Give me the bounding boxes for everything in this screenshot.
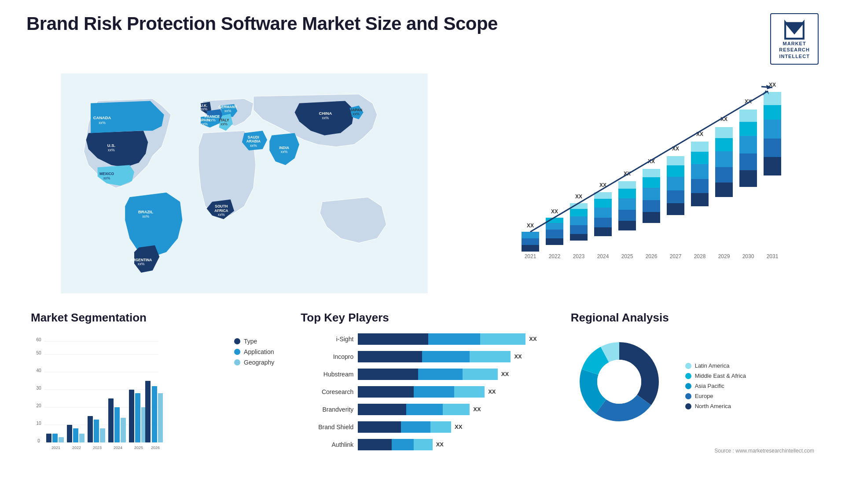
svg-text:xx%: xx% [322, 116, 329, 120]
svg-rect-139 [108, 398, 114, 442]
donut-chart [571, 333, 668, 430]
svg-text:xx%: xx% [103, 176, 110, 180]
regional-title: Regional Analysis [571, 311, 814, 325]
svg-rect-49 [570, 209, 588, 216]
svg-text:50: 50 [36, 351, 41, 355]
svg-text:40: 40 [36, 368, 41, 373]
svg-text:30: 30 [36, 386, 41, 391]
svg-marker-1 [785, 22, 804, 33]
regional-section: Regional Analysis [566, 307, 819, 463]
svg-rect-36 [522, 238, 539, 245]
svg-text:xx%: xx% [281, 150, 288, 154]
svg-text:xx%: xx% [250, 143, 257, 148]
svg-text:10: 10 [36, 421, 41, 426]
svg-text:xx%: xx% [108, 148, 115, 152]
svg-rect-88 [715, 183, 733, 197]
svg-rect-74 [667, 203, 684, 215]
svg-text:2022: 2022 [549, 253, 561, 259]
player-name-brandshield: Brand Shield [301, 424, 353, 431]
svg-text:XX: XX [551, 208, 558, 215]
player-name-incopro: Incopro [301, 353, 353, 360]
svg-rect-133 [79, 434, 84, 442]
svg-text:U.S.: U.S. [107, 143, 115, 148]
legend-application: Application [234, 348, 274, 355]
svg-rect-75 [667, 190, 684, 203]
source-text: Source : www.marketresearchintellect.com [571, 448, 814, 454]
svg-rect-128 [52, 434, 58, 442]
svg-rect-81 [691, 193, 709, 206]
player-row-isight: i-Sight XX [301, 333, 544, 345]
svg-text:2029: 2029 [718, 253, 730, 259]
svg-rect-62 [618, 198, 636, 210]
logo-icon [783, 18, 805, 40]
svg-text:XX: XX [575, 194, 582, 200]
svg-text:CANADA: CANADA [93, 116, 111, 120]
svg-rect-63 [618, 189, 636, 198]
svg-rect-99 [739, 110, 757, 122]
svg-rect-92 [715, 127, 733, 138]
svg-text:2022: 2022 [72, 446, 81, 450]
svg-text:xx%: xx% [353, 112, 360, 116]
svg-text:2031: 2031 [767, 253, 779, 259]
legend-europe: Europe [685, 393, 746, 399]
svg-rect-40 [546, 238, 563, 245]
legend-north-america: North America [685, 403, 746, 409]
svg-rect-91 [715, 138, 733, 151]
logo: MARKET RESEARCH INTELLECT [770, 13, 819, 65]
svg-rect-76 [667, 177, 684, 190]
svg-text:2023: 2023 [573, 253, 585, 259]
svg-text:2025: 2025 [134, 446, 143, 450]
svg-rect-60 [618, 221, 636, 230]
svg-text:2025: 2025 [621, 253, 633, 259]
svg-rect-90 [715, 151, 733, 167]
svg-rect-140 [114, 407, 120, 442]
svg-rect-135 [88, 416, 93, 442]
player-row-authlink: Authlink XX [301, 439, 544, 450]
player-row-brandverity: Brandverity XX [301, 404, 544, 415]
svg-rect-68 [643, 200, 660, 212]
svg-rect-53 [594, 227, 612, 236]
svg-text:xx%: xx% [99, 120, 106, 124]
donut-svg [571, 333, 668, 430]
legend-asia-pacific: Asia Pacific [685, 383, 746, 389]
svg-rect-67 [643, 212, 660, 223]
growth-chart-section: XX 2021 XX 2022 XX 2023 [471, 73, 827, 293]
svg-text:2021: 2021 [525, 253, 536, 259]
svg-rect-102 [764, 157, 781, 175]
svg-rect-143 [129, 390, 134, 442]
svg-rect-78 [667, 156, 684, 165]
svg-rect-103 [764, 139, 781, 157]
svg-text:2028: 2028 [694, 253, 706, 259]
svg-rect-55 [594, 208, 612, 218]
svg-rect-83 [691, 164, 709, 179]
svg-rect-95 [739, 170, 757, 187]
player-name-isight: i-Sight [301, 336, 353, 343]
svg-rect-71 [643, 169, 660, 177]
legend-latin-america: Latin America [685, 362, 746, 369]
svg-text:XX: XX [527, 223, 534, 229]
svg-rect-97 [739, 136, 757, 153]
svg-rect-147 [145, 381, 151, 442]
svg-rect-37 [522, 232, 539, 238]
svg-rect-127 [46, 434, 51, 442]
svg-rect-106 [764, 92, 781, 105]
svg-text:CHINA: CHINA [319, 111, 332, 116]
svg-text:xx%: xx% [224, 108, 231, 113]
svg-text:2026: 2026 [646, 253, 658, 259]
player-name-coresearch: Coresearch [301, 388, 353, 395]
svg-rect-85 [691, 142, 709, 152]
growth-chart-svg: XX 2021 XX 2022 XX 2023 [480, 82, 819, 285]
player-row-brandshield: Brand Shield XX [301, 421, 544, 433]
player-row-incopro: Incopro XX [301, 351, 544, 362]
segmentation-title: Market Segmentation [31, 311, 274, 325]
page-title: Brand Risk Protection Software Market Si… [26, 13, 498, 34]
svg-text:2024: 2024 [114, 446, 122, 450]
world-map: CANADA xx% U.S. xx% MEXICO xx% BRAZIL xx… [26, 73, 462, 293]
logo-text: MARKET RESEARCH INTELLECT [779, 40, 810, 59]
segmentation-section: Market Segmentation 0 10 20 30 40 50 60 [26, 307, 279, 463]
svg-rect-98 [739, 122, 757, 136]
svg-rect-137 [100, 428, 105, 442]
donut-legend-row: Latin America Middle East & Africa Asia … [571, 333, 814, 439]
svg-rect-149 [158, 393, 163, 442]
svg-text:xx%: xx% [218, 212, 225, 217]
